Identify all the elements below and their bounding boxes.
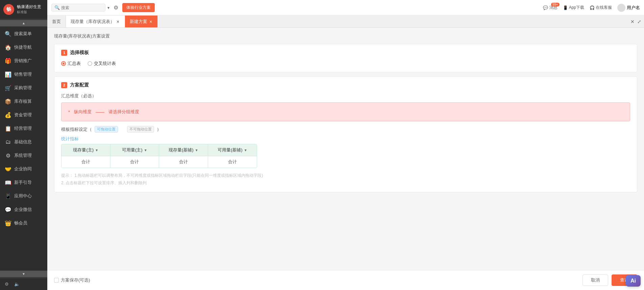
search-dropdown-btn[interactable]: ▾	[107, 5, 109, 10]
search-area[interactable]: 🔍	[51, 4, 105, 11]
new-scheme-tab-close[interactable]: ×	[149, 19, 153, 24]
body-label-2: 合计	[130, 159, 139, 165]
app-download-label: App下载	[569, 5, 584, 10]
sidebar-item-wechat[interactable]: 💬 企业微信	[0, 203, 47, 216]
page-title: 现存量(库存状况表)方案设置	[54, 33, 637, 39]
sidebar-item-label: 基础信息	[14, 139, 32, 145]
sidebar-item-operations[interactable]: 📋 经营管理	[0, 122, 47, 135]
online-service[interactable]: 🎧 在线客服	[590, 5, 612, 10]
header-label-3: 现存量(基辅)	[169, 147, 194, 153]
step2-section: 2 方案配置 汇总维度（必选） * 纵向维度 —— 请选择分组维度 模板指标设定…	[54, 76, 637, 192]
header-cell-4[interactable]: 可用量(基辅) ▼	[208, 144, 257, 156]
topbar-left: 🔍 ▾ ⚙ 体验行业方案	[51, 3, 540, 12]
caret-icon-2: ▼	[144, 148, 147, 152]
user-avatar	[617, 4, 625, 12]
notification-area[interactable]: 💬 消息 99+	[543, 5, 558, 10]
sidebar-item-member[interactable]: 👑 畅会员	[0, 216, 47, 230]
stats-label: 统计指标	[61, 136, 630, 142]
topbar: 🔍 ▾ ⚙ 体验行业方案 💬 消息 99+ 📱 App下载 🎧 在线客服	[47, 0, 644, 16]
hint-2-text: 2. 点击标题栏下拉可设置排序、插入列和删除列	[61, 180, 147, 185]
summary-table-option[interactable]: 汇总表	[61, 61, 81, 67]
indicator-close: ）	[157, 126, 161, 132]
indicator-header-row: 现存量(主) ▼ 可用量(主) ▼ 现存量(基辅) ▼ 可用量(基辅)	[61, 144, 257, 156]
notification-badge: 99+	[551, 3, 560, 6]
indicator-sep	[121, 127, 124, 132]
ai-float-button[interactable]: Ai	[626, 275, 641, 287]
dim-dash: ——	[96, 110, 104, 115]
dim-placeholder: 请选择分组维度	[108, 109, 139, 115]
step1-title: 选择模板	[70, 50, 89, 56]
sidebar-item-label: 快捷导航	[14, 44, 32, 50]
trial-industry-btn[interactable]: 体验行业方案	[122, 3, 155, 12]
tab-new-scheme[interactable]: 新建方案 ×	[125, 16, 158, 27]
caret-icon-3: ▼	[195, 148, 198, 152]
vertical-dim-name: 纵向维度	[74, 109, 92, 115]
sidebar-bottom: ⚙ 🔈	[0, 278, 47, 290]
tabs-bar: 首页 现存量（库存状况表） × 新建方案 × ✕ ⤢	[47, 16, 644, 28]
header-cell-1[interactable]: 现存量(主) ▼	[61, 144, 110, 156]
tab-inventory-status[interactable]: 现存量（库存状况表） ×	[66, 16, 125, 27]
sidebar-item-system[interactable]: ⚙ 系统管理	[0, 149, 47, 162]
non-draggable-badge: 不可拖动位置	[127, 126, 154, 132]
sidebar-item-guide[interactable]: 📖 新手引导	[0, 176, 47, 189]
search-icon: 🔍	[54, 5, 60, 10]
tab-close-btn[interactable]: ✕	[630, 19, 635, 24]
step2-badge: 2	[61, 82, 67, 88]
indicator-body-row: 合计 合计 合计 合计	[61, 156, 257, 168]
summary-table-radio[interactable]	[61, 61, 66, 66]
settings-icon[interactable]: ⚙	[5, 282, 9, 287]
header-label-2: 可用量(主)	[122, 147, 143, 153]
tab-home[interactable]: 首页	[47, 16, 66, 27]
cancel-button[interactable]: 取消	[583, 274, 608, 286]
sidebar-item-sales[interactable]: 📊 销售管理	[0, 68, 47, 81]
app-version: 标准版	[17, 10, 41, 15]
operations-icon: 📋	[5, 125, 11, 132]
body-label-1: 合计	[81, 159, 90, 165]
sidebar-item-label: 企业协同	[14, 166, 32, 172]
user-area[interactable]: 用户名	[617, 4, 640, 12]
headset-icon: 🎧	[590, 5, 595, 10]
main-area: 🔍 ▾ ⚙ 体验行业方案 💬 消息 99+ 📱 App下载 🎧 在线客服	[47, 0, 644, 290]
indicator-settings-text: 模板指标设定（	[61, 126, 92, 132]
sidebar-item-enterprise[interactable]: 🤝 企业协同	[0, 162, 47, 176]
gear-btn[interactable]: ⚙	[112, 4, 120, 11]
sidebar-item-finance[interactable]: 💰 资金管理	[0, 108, 47, 122]
sidebar-item-purchase[interactable]: 🛒 采购管理	[0, 81, 47, 95]
app-download[interactable]: 📱 App下载	[563, 5, 584, 10]
inventory-icon: 📦	[5, 98, 11, 105]
sidebar-item-inventory[interactable]: 📦 库存核算	[0, 95, 47, 108]
sidebar-item-basic-info[interactable]: 🗂 基础信息	[0, 135, 47, 149]
tab-expand-btn[interactable]: ⤢	[637, 19, 641, 24]
cross-table-option[interactable]: 交叉统计表	[88, 61, 116, 67]
cross-table-label: 交叉统计表	[94, 61, 116, 67]
inventory-tab-close[interactable]: ×	[116, 19, 120, 24]
header-cell-3[interactable]: 现存量(基辅) ▼	[159, 144, 208, 156]
caret-icon-1: ▼	[95, 148, 98, 152]
app-name: 畅康通好生意	[17, 4, 41, 10]
indicator-table: 现存量(主) ▼ 可用量(主) ▼ 现存量(基辅) ▼ 可用量(基辅)	[61, 144, 257, 168]
basic-info-icon: 🗂	[5, 139, 11, 145]
indicator-settings: 模板指标设定（ 可拖动位置 不可拖动位置 ）	[61, 126, 630, 132]
dimension-row: * 纵向维度 —— 请选择分组维度	[61, 102, 630, 121]
sidebar-item-quick-nav[interactable]: 🏠 快捷导航	[0, 41, 47, 54]
cross-table-radio[interactable]	[88, 61, 92, 66]
header-cell-2[interactable]: 可用量(主) ▼	[110, 144, 159, 156]
save-checkbox[interactable]: 方案保存(可选)	[54, 277, 583, 283]
sidebar-item-label: 资金管理	[14, 112, 32, 118]
sidebar-item-app-center[interactable]: 📱 应用中心	[0, 189, 47, 203]
sidebar-scroll-up[interactable]: ▲	[0, 20, 47, 26]
sidebar-item-label: 畅会员	[14, 220, 27, 226]
audio-icon[interactable]: 🔈	[14, 282, 20, 287]
content-area: 现存量(库存状况表)方案设置 1 选择模板 汇总表 交叉统计表	[47, 28, 644, 270]
sidebar-item-search-menu[interactable]: 🔍 搜索菜单	[0, 27, 47, 41]
new-scheme-tab-label: 新建方案	[130, 19, 147, 25]
save-checkbox-box[interactable]	[54, 278, 59, 283]
search-input[interactable]	[61, 5, 102, 10]
quick-nav-icon: 🏠	[5, 44, 11, 51]
dimension-required-label: 汇总维度（必选）	[61, 93, 630, 99]
home-tab-label: 首页	[52, 19, 61, 25]
sidebar-scroll-down[interactable]: ▼	[0, 271, 47, 277]
sidebar-item-marketing[interactable]: 🎁 营销推广	[0, 54, 47, 68]
header-label-4: 可用量(基辅)	[218, 147, 243, 153]
user-name: 用户名	[627, 5, 640, 11]
